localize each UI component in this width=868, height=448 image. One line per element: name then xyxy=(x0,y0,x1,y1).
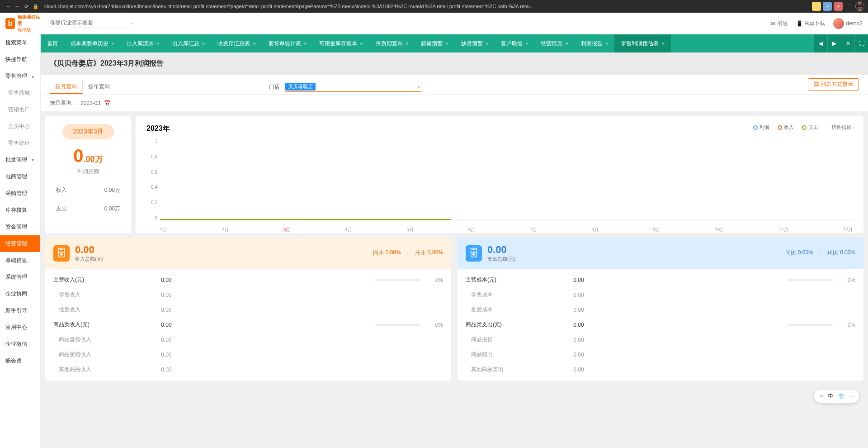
sidebar-item-16[interactable]: 新手引导 xyxy=(0,302,40,319)
close-icon[interactable]: × xyxy=(202,41,205,46)
sidebar-item-6[interactable]: 零售统计 xyxy=(0,135,40,152)
close-icon[interactable]: × xyxy=(156,41,159,46)
forward-icon[interactable]: → xyxy=(13,4,22,9)
float-toolbar[interactable]: ↗ 中 👕 ⋯ xyxy=(814,390,859,403)
tabs-expand-button[interactable]: ⛶ xyxy=(854,34,868,52)
x-month[interactable]: 1月 xyxy=(160,227,167,233)
x-month[interactable]: 8月 xyxy=(591,227,599,233)
x-month[interactable]: 9月 xyxy=(653,227,660,233)
sidebar-item-17[interactable]: 应用中心 xyxy=(0,319,40,336)
legend-expense[interactable]: 支出 xyxy=(802,124,818,131)
close-icon[interactable]: × xyxy=(111,41,114,46)
tab-1[interactable]: 成本调整单历史× xyxy=(64,34,120,52)
caret-icon: ▲ xyxy=(31,74,35,79)
tab-9[interactable]: 缺货预警× xyxy=(455,34,495,52)
close-icon[interactable]: × xyxy=(360,41,363,46)
tab-13[interactable]: 零售利润预估表× xyxy=(614,34,670,52)
x-month[interactable]: 5月 xyxy=(406,227,414,233)
x-month[interactable]: 12月 xyxy=(843,227,853,233)
ext-icon-4[interactable]: ⋮ xyxy=(844,2,854,11)
back-icon[interactable]: ← xyxy=(4,4,13,9)
url-bar[interactable]: cloud.chanjet.com/hsy/u4oor74daqxn/lore3… xyxy=(41,4,810,9)
reload-icon[interactable]: ⟳ xyxy=(22,4,31,10)
tab-11[interactable]: 经营情况× xyxy=(534,34,574,52)
sidebar-item-1[interactable]: 快捷导航 xyxy=(0,51,40,68)
download-button[interactable]: 📱App下载 xyxy=(796,19,825,27)
tab-2[interactable]: 出入库流水× xyxy=(120,34,165,52)
logo[interactable]: b 畅捷通好生意 标准版 xyxy=(5,14,41,33)
tab-0[interactable]: 首页 xyxy=(41,34,64,52)
chart-area: 10.80.60.40.20 1月2月3月4月5月6月7月8月9月10月11月1… xyxy=(146,139,853,225)
sidebar-item-3[interactable]: 零售商城 xyxy=(0,85,40,101)
tabs-next-button[interactable]: ▶ xyxy=(827,34,841,52)
float-shirt-icon[interactable]: 👕 xyxy=(838,393,844,400)
sidebar-item-11[interactable]: 资金管理 xyxy=(0,219,40,235)
x-month[interactable]: 3月 xyxy=(283,227,291,233)
switch-indicator[interactable]: 切换指标 › xyxy=(831,124,854,131)
legend-profit[interactable]: 利润 xyxy=(753,124,769,131)
tabs-prev-button[interactable]: ◀ xyxy=(814,34,827,52)
messages-button[interactable]: ✉消息 xyxy=(771,19,788,27)
tab-4[interactable]: 收发存汇总表× xyxy=(211,34,262,52)
sidebar-item-13[interactable]: 基础信息 xyxy=(0,252,40,269)
close-icon[interactable]: × xyxy=(445,41,448,46)
x-month[interactable]: 2月 xyxy=(222,227,229,233)
float-more-icon[interactable]: ⋯ xyxy=(849,393,854,400)
close-icon[interactable]: × xyxy=(525,41,528,46)
tabs-close-button[interactable]: ✕ xyxy=(841,34,854,52)
sidebar-item-19[interactable]: 畅会员 xyxy=(0,353,40,369)
close-icon[interactable]: × xyxy=(406,41,408,46)
tab-12[interactable]: 利润报告× xyxy=(575,34,614,52)
caret-icon: ▼ xyxy=(31,158,35,162)
float-arrow-icon[interactable]: ↗ xyxy=(819,393,823,400)
page-title: 《贝贝母婴店》2023年3月利润报告 xyxy=(41,52,868,75)
filter-tab-year[interactable]: 按年查询 xyxy=(83,80,115,94)
close-icon[interactable]: × xyxy=(253,41,255,46)
ext-icon-2[interactable]: ✦ xyxy=(823,2,832,11)
x-month[interactable]: 4月 xyxy=(345,227,352,233)
filter-tab-month[interactable]: 按月查询 xyxy=(50,80,83,94)
store-selector[interactable]: 门店 贝贝母婴店 ⌄ xyxy=(269,83,421,92)
sidebar-item-9[interactable]: 采购管理 xyxy=(0,185,40,202)
calendar-icon[interactable]: 📅 xyxy=(104,100,111,106)
sidebar-item-18[interactable]: 企业微信 xyxy=(0,336,40,353)
sidebar-item-14[interactable]: 系统管理 xyxy=(0,269,40,286)
x-month[interactable]: 7月 xyxy=(530,227,537,233)
sidebar-item-8[interactable]: 电商管理 xyxy=(0,168,40,185)
sidebar: 搜索菜单快捷导航零售管理▲零售商城营销推广会员中心零售统计批发管理▼电商管理采购… xyxy=(0,34,41,448)
float-lang[interactable]: 中 xyxy=(828,392,833,400)
tab-7[interactable]: 保质期查询× xyxy=(369,34,415,52)
sidebar-item-4[interactable]: 营销推广 xyxy=(0,101,40,118)
sidebar-item-15[interactable]: 企业协同 xyxy=(0,286,40,302)
ext-icon-1[interactable]: ✦ xyxy=(812,2,821,11)
tab-6[interactable]: 可用量库存账本× xyxy=(313,34,369,52)
close-icon[interactable]: × xyxy=(486,41,488,46)
sidebar-item-10[interactable]: 库存核算 xyxy=(0,202,40,219)
tab-5[interactable]: 要货单统计表× xyxy=(262,34,313,52)
ext-icon-3[interactable]: ✦ xyxy=(834,2,843,11)
refresh-pill[interactable]: 更新 xyxy=(855,2,864,11)
close-icon[interactable]: × xyxy=(565,41,568,46)
sidebar-item-7[interactable]: 批发管理▼ xyxy=(0,152,40,168)
x-month[interactable]: 11月 xyxy=(779,227,788,233)
close-icon[interactable]: × xyxy=(605,41,608,46)
line-row: 零售收入0.00 xyxy=(53,287,443,302)
sidebar-item-5[interactable]: 会员中心 xyxy=(0,118,40,135)
sidebar-item-0[interactable]: 搜索菜单 xyxy=(0,34,40,51)
query-value[interactable]: 2023-03 xyxy=(80,100,100,106)
sidebar-item-12[interactable]: 经营管理 xyxy=(0,235,40,252)
account-selector[interactable]: 母婴行业演示账套 ⌄ xyxy=(50,19,134,28)
sidebar-item-2[interactable]: 零售管理▲ xyxy=(0,68,40,85)
user-menu[interactable]: demo2 xyxy=(833,18,863,29)
legend-income[interactable]: 收入 xyxy=(778,124,794,131)
close-icon[interactable]: × xyxy=(661,41,664,46)
tab-3[interactable]: 出入库汇总× xyxy=(166,34,211,52)
x-month[interactable]: 6月 xyxy=(468,227,476,233)
x-month[interactable]: 10月 xyxy=(715,227,724,233)
expense-stats: 同比0.00% | 环比0.00% xyxy=(785,249,855,257)
close-icon[interactable]: × xyxy=(304,41,307,46)
line-row: 商品盘盈收入0.00 xyxy=(53,332,443,347)
tab-8[interactable]: 超储预警× xyxy=(415,34,454,52)
tab-10[interactable]: 客户联络× xyxy=(495,34,534,52)
list-view-button[interactable]: ☰ 列表方式显示 xyxy=(808,78,859,91)
